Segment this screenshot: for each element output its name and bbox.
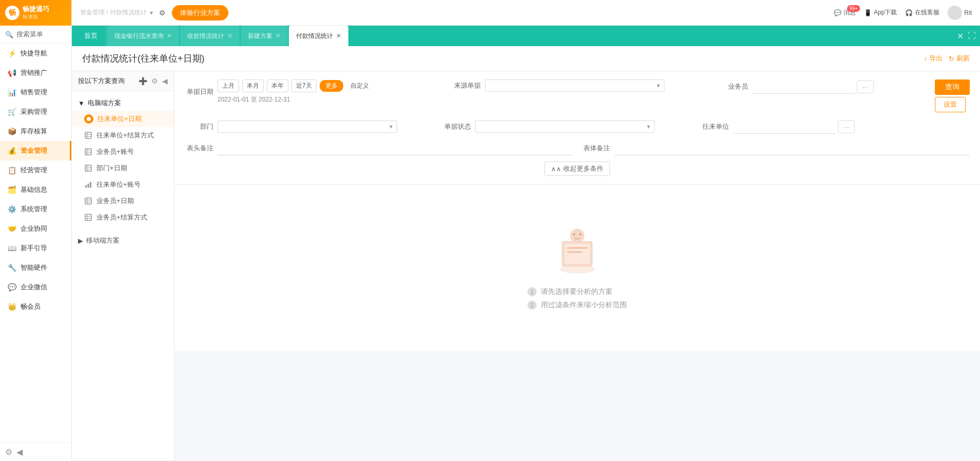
partner-input[interactable] <box>733 119 836 134</box>
svg-rect-14 <box>88 184 89 188</box>
sidebar-item-basic-info[interactable]: 🗂️ 基础信息 <box>0 180 71 199</box>
svg-rect-31 <box>567 251 582 253</box>
left-panel: 按以下方案查询 ➕ ⚙ ◀ ▼ 电脑端方案 <box>72 71 174 460</box>
date-btn-this-year[interactable]: 本年 <box>267 79 288 92</box>
tab-payment-stats[interactable]: 付款情况统计 ✕ <box>289 26 348 46</box>
date-label: 单据日期 <box>185 87 213 96</box>
tab-new-plan[interactable]: 新建方案 ✕ <box>241 26 288 46</box>
solution-unit-account[interactable]: 往来单位+账号 <box>72 176 174 193</box>
date-btn-last7[interactable]: 近7天 <box>291 79 317 92</box>
source-select[interactable]: ▾ <box>485 79 664 92</box>
sidebar-item-marketing[interactable]: 📢 营销推广 <box>0 63 71 83</box>
svg-point-0 <box>87 117 91 121</box>
address-dropdown-icon[interactable]: ▾ <box>150 9 153 16</box>
customer-service-btn[interactable]: 🎧 在线客服 <box>905 8 939 17</box>
date-btn-last-month[interactable]: 上月 <box>218 79 239 92</box>
solution-staff-date[interactable]: 业务员+日期 <box>72 193 174 209</box>
sidebar-item-system[interactable]: ⚙️ 系统管理 <box>0 199 71 219</box>
svg-point-29 <box>579 233 581 235</box>
svg-rect-30 <box>567 247 587 249</box>
solution-unit-date[interactable]: 往来单位+日期 <box>72 111 174 127</box>
marketing-icon: 📢 <box>7 68 16 77</box>
top-header: 资金管理 / 付款情况统计 ▾ ⚙ 体验行业方案 💬 消息 99+ 📱 App下… <box>72 0 980 26</box>
date-btn-more[interactable]: 更多 <box>320 80 343 92</box>
collapse-btn[interactable]: ∧∧ 收起更多条件 <box>544 162 610 176</box>
tab-payment-close[interactable]: ✕ <box>336 32 341 39</box>
solution-staff-settlement[interactable]: 业务员+结算方式 <box>72 209 174 226</box>
sidebar-item-enterprise[interactable]: 🤝 企业协同 <box>0 219 71 238</box>
dept-label: 部门 <box>185 122 213 131</box>
sidebar-item-hardware[interactable]: 🔧 智能硬件 <box>0 258 71 277</box>
body-note-input[interactable] <box>614 141 970 155</box>
tab-expand-icon[interactable]: ⛶ <box>968 31 976 41</box>
settings-solution-icon[interactable]: ⚙ <box>151 77 158 85</box>
tab-bank-flow[interactable]: 现金银行流水查询 ✕ <box>107 26 179 46</box>
tab-collection-stats[interactable]: 收款情况统计 ✕ <box>180 26 240 46</box>
sales-icon: 📊 <box>7 88 16 97</box>
table-icon-2 <box>84 148 92 156</box>
solution-unit-settlement[interactable]: 往来单位+结算方式 <box>72 127 174 144</box>
source-chevron-icon: ▾ <box>657 82 660 89</box>
sidebar: 畅 畅捷通巧 标准版 🔍 搜索菜单 ⚡ 快捷导航 📢 营销推广 📊 销售管理 🛒… <box>0 0 72 461</box>
settings-button[interactable]: 设置 <box>935 97 966 112</box>
trial-button[interactable]: 体验行业方案 <box>172 5 228 21</box>
table-icon-1 <box>84 131 92 139</box>
sidebar-item-inventory[interactable]: 📦 库存核算 <box>0 122 71 141</box>
empty-state: 1 请先选择要分析的方案 2 用过滤条件来缩小分析范围 <box>174 185 980 351</box>
refresh-button[interactable]: ↻ 刷新 <box>949 54 970 63</box>
sidebar-item-sales[interactable]: 📊 销售管理 <box>0 83 71 102</box>
doc-status-select[interactable]: ▾ <box>475 121 655 133</box>
member-icon: 👑 <box>7 302 16 311</box>
settings-bottom-icon[interactable]: ⚙ <box>5 447 12 457</box>
search-menu[interactable]: 🔍 搜索菜单 <box>0 26 71 44</box>
export-icon: ↑ <box>924 55 928 63</box>
svg-rect-1 <box>85 132 91 138</box>
body-layout: 按以下方案查询 ➕ ⚙ ◀ ▼ 电脑端方案 <box>72 71 980 460</box>
sidebar-item-operation[interactable]: 📋 经营管理 <box>0 161 71 180</box>
query-button[interactable]: 查询 <box>935 79 970 95</box>
header-actions: 💬 消息 99+ 📱 App下载 🎧 在线客服 Rit <box>834 6 972 20</box>
partner-ellipsis[interactable]: ··· <box>838 121 855 133</box>
export-button[interactable]: ↑ 导出 <box>924 54 943 63</box>
add-solution-icon[interactable]: ➕ <box>139 77 147 85</box>
sidebar-item-guide[interactable]: 📖 新手引导 <box>0 238 71 258</box>
mobile-group-header[interactable]: ▶ 移动端方案 <box>72 233 174 248</box>
tab-collection-close[interactable]: ✕ <box>227 32 232 39</box>
dept-select[interactable]: ▾ <box>218 121 397 133</box>
filter-wrapper: 单据日期 上月 本月 本年 近7天 更多 自定义 2022-01-01 至 20… <box>174 71 980 185</box>
sidebar-item-purchase[interactable]: 🛒 采购管理 <box>0 102 71 122</box>
date-btn-this-month[interactable]: 本月 <box>242 79 264 92</box>
solution-dept-date[interactable]: 部门+日期 <box>72 160 174 176</box>
header-gear-icon[interactable]: ⚙ <box>159 9 166 17</box>
collapse-panel-icon[interactable]: ◀ <box>162 77 168 85</box>
salesperson-ellipsis[interactable]: ··· <box>857 81 874 93</box>
header-note-input[interactable] <box>218 141 573 155</box>
sidebar-item-member[interactable]: 👑 畅会员 <box>0 297 71 316</box>
notifications-btn[interactable]: 💬 消息 99+ <box>834 8 856 17</box>
wechat-icon: 💬 <box>7 283 16 292</box>
mobile-group: ▶ 移动端方案 <box>72 230 174 251</box>
table-icon-5 <box>84 213 92 222</box>
hardware-icon: 🔧 <box>7 263 16 272</box>
user-avatar-btn[interactable]: Rit <box>948 6 972 20</box>
address-bar[interactable]: 资金管理 / 付款情况统计 ▾ <box>80 8 153 17</box>
sidebar-item-quick-nav[interactable]: ⚡ 快捷导航 <box>0 44 71 63</box>
logo-icon: 畅 <box>5 6 19 20</box>
tab-close-all-icon[interactable]: ✕ <box>957 31 964 41</box>
pc-group-header[interactable]: ▼ 电脑端方案 <box>72 95 174 111</box>
salesperson-input[interactable] <box>752 79 855 94</box>
tab-new-plan-close[interactable]: ✕ <box>276 32 281 39</box>
date-custom-label[interactable]: 自定义 <box>346 80 373 92</box>
collapse-sidebar-icon[interactable]: ◀ <box>16 447 23 457</box>
svg-point-28 <box>573 233 575 235</box>
left-panel-header: 按以下方案查询 ➕ ⚙ ◀ <box>72 71 174 91</box>
tab-home[interactable]: 首页 <box>76 26 106 46</box>
right-content: 单据日期 上月 本月 本年 近7天 更多 自定义 2022-01-01 至 20… <box>174 71 980 460</box>
app-download-btn[interactable]: 📱 App下载 <box>864 8 897 17</box>
svg-rect-13 <box>85 185 87 188</box>
solution-staff-account[interactable]: 业务员+账号 <box>72 144 174 160</box>
tab-bank-flow-close[interactable]: ✕ <box>167 32 172 39</box>
sidebar-item-wechat[interactable]: 💬 企业微信 <box>0 277 71 297</box>
sidebar-item-finance[interactable]: 💰 资金管理 <box>0 141 71 161</box>
page-header: 付款情况统计(往来单位+日期) ↑ 导出 ↻ 刷新 <box>72 46 980 71</box>
